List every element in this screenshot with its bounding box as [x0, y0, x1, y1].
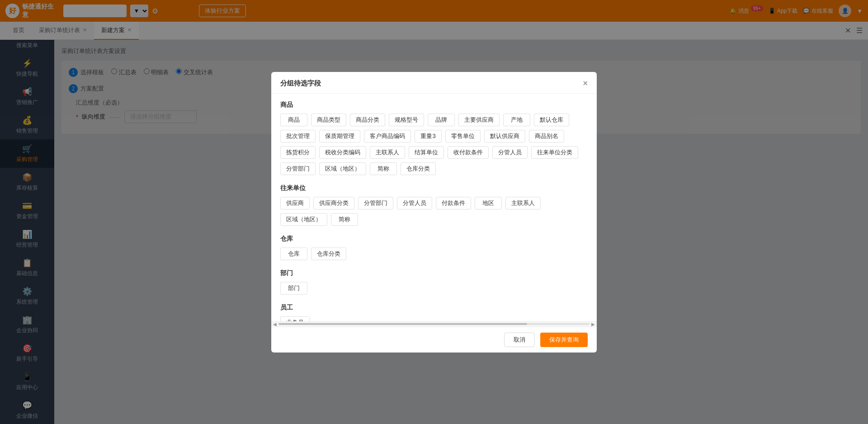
field-tag-product-0[interactable]: 商品: [280, 114, 307, 126]
field-tag-product-15[interactable]: 拣货积分: [280, 146, 316, 159]
field-tags-product: 商品商品类型商品分类规格型号品牌主要供应商产地默认仓库批次管理保质期管理客户商品…: [280, 114, 588, 175]
field-tag-product-6[interactable]: 产地: [503, 114, 530, 126]
field-tags-warehouse: 仓库仓库分类: [280, 248, 588, 260]
field-tag-product-24[interactable]: 简称: [370, 162, 397, 175]
field-tag-product-25[interactable]: 仓库分类: [401, 162, 436, 175]
field-tag-product-10[interactable]: 客户商品编码: [364, 130, 411, 143]
field-tag-product-19[interactable]: 收付款条件: [448, 146, 489, 159]
modal: 分组待选字段 × 商品商品商品类型商品分类规格型号品牌主要供应商产地默认仓库批次…: [271, 72, 597, 353]
field-group-title-product: 商品: [280, 101, 588, 109]
field-tag-product-22[interactable]: 分管部门: [280, 162, 316, 175]
field-tag-product-23[interactable]: 区域（地区）: [319, 162, 366, 175]
modal-title: 分组待选字段: [280, 79, 321, 88]
field-tag-product-18[interactable]: 结算单位: [409, 146, 444, 159]
field-tag-partner-0[interactable]: 供应商: [280, 197, 310, 210]
field-tag-product-5[interactable]: 主要供应商: [458, 114, 500, 126]
field-group-employee: 员工业务员: [280, 304, 588, 321]
field-tag-product-3[interactable]: 规格型号: [389, 114, 424, 126]
field-tags-employee: 业务员: [280, 316, 588, 321]
modal-close-button[interactable]: ×: [583, 79, 588, 87]
modal-body[interactable]: 商品商品商品类型商品分类规格型号品牌主要供应商产地默认仓库批次管理保质期管理客户…: [271, 94, 597, 321]
field-tag-product-2[interactable]: 商品分类: [350, 114, 385, 126]
confirm-button[interactable]: 保存并查询: [540, 333, 588, 347]
field-tag-partner-4[interactable]: 付款条件: [436, 197, 471, 210]
field-tag-product-14[interactable]: 商品别名: [529, 130, 564, 143]
field-group-department: 部门部门: [280, 269, 588, 295]
modal-header: 分组待选字段 ×: [271, 72, 597, 94]
field-group-partner: 往来单位供应商供应商分类分管部门分管人员付款条件地区主联系人区域（地区）简称: [280, 184, 588, 226]
field-group-warehouse: 仓库仓库仓库分类: [280, 235, 588, 260]
field-group-product: 商品商品商品类型商品分类规格型号品牌主要供应商产地默认仓库批次管理保质期管理客户…: [280, 101, 588, 175]
field-tag-partner-6[interactable]: 主联系人: [505, 197, 541, 210]
field-tag-product-17[interactable]: 主联系人: [370, 146, 405, 159]
field-tag-product-20[interactable]: 分管人员: [492, 146, 528, 159]
field-tag-product-13[interactable]: 默认供应商: [484, 130, 525, 143]
hscroll-track: [278, 323, 590, 325]
field-tag-partner-3[interactable]: 分管人员: [397, 197, 432, 210]
cancel-button[interactable]: 取消: [504, 333, 535, 347]
field-tag-partner-2[interactable]: 分管部门: [358, 197, 393, 210]
field-tag-product-16[interactable]: 税收分类编码: [319, 146, 366, 159]
hscroll-right-arrow[interactable]: ▶: [591, 322, 595, 327]
modal-footer: 取消 保存并查询: [271, 327, 597, 353]
modal-hscroll[interactable]: ◀ ▶: [271, 321, 597, 327]
field-group-title-warehouse: 仓库: [280, 235, 588, 243]
modal-overlay: 分组待选字段 × 商品商品商品类型商品分类规格型号品牌主要供应商产地默认仓库批次…: [0, 0, 868, 424]
field-tag-warehouse-1[interactable]: 仓库分类: [311, 248, 346, 260]
field-tag-product-12[interactable]: 零售单位: [445, 130, 481, 143]
hscroll-left-arrow[interactable]: ◀: [273, 322, 277, 327]
field-tag-product-21[interactable]: 往来单位分类: [531, 146, 578, 159]
field-group-title-employee: 员工: [280, 304, 588, 312]
field-tag-employee-0[interactable]: 业务员: [280, 316, 310, 321]
field-tag-partner-1[interactable]: 供应商分类: [313, 197, 354, 210]
field-tags-department: 部门: [280, 282, 588, 295]
field-tags-partner: 供应商供应商分类分管部门分管人员付款条件地区主联系人区域（地区）简称: [280, 197, 588, 226]
field-tag-partner-5[interactable]: 地区: [475, 197, 502, 210]
field-tag-product-9[interactable]: 保质期管理: [319, 130, 360, 143]
field-tag-department-0[interactable]: 部门: [280, 282, 307, 295]
field-tag-partner-8[interactable]: 简称: [331, 213, 358, 226]
hscroll-thumb: [278, 323, 527, 325]
field-tag-product-11[interactable]: 重量3: [415, 130, 442, 143]
field-group-title-partner: 往来单位: [280, 184, 588, 192]
field-tag-partner-7[interactable]: 区域（地区）: [280, 213, 327, 226]
field-tag-warehouse-0[interactable]: 仓库: [280, 248, 307, 260]
field-tag-product-7[interactable]: 默认仓库: [534, 114, 569, 126]
field-tag-product-4[interactable]: 品牌: [428, 114, 455, 126]
field-tag-product-8[interactable]: 批次管理: [280, 130, 316, 143]
field-group-title-department: 部门: [280, 269, 588, 277]
field-tag-product-1[interactable]: 商品类型: [311, 114, 346, 126]
